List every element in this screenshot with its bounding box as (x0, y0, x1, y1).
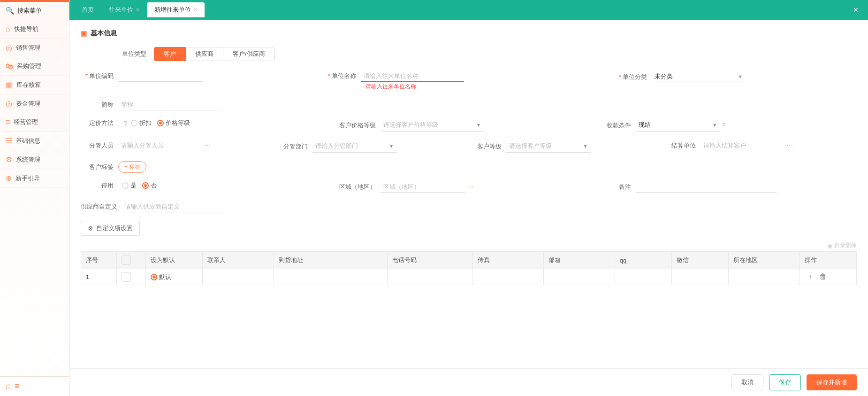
field-unit-code: 单位编码 000009 (81, 70, 323, 82)
cancel-button[interactable]: 取消 (731, 374, 763, 390)
disable-no-radio[interactable]: 否 (142, 181, 157, 190)
customer-price-level-select[interactable]: 请选择客户价格等级 ▼ (381, 119, 484, 132)
region-dots-btn[interactable]: ··· (465, 183, 475, 191)
newbie-icon: ⊕ (6, 174, 12, 183)
customer-level-select[interactable]: 请选择客户等级 ▼ (506, 140, 591, 153)
unit-type-customer-btn[interactable]: 客户 (154, 47, 186, 61)
level-radio-circle (157, 120, 164, 126)
sidebar-search[interactable]: 🔍 搜索菜单 (0, 2, 69, 20)
sidebar-item-label: 新手引导 (15, 174, 40, 183)
unit-category-label: 单位分类 (614, 73, 652, 81)
tab-new-partner-close[interactable]: × (194, 7, 197, 13)
sidebar-home-icon[interactable]: ⌂ (6, 381, 11, 391)
manager-dots-btn[interactable]: ··· (203, 141, 213, 150)
tab-home[interactable]: 首页 (74, 2, 101, 17)
save-new-button[interactable]: 保存并新增 (807, 374, 857, 390)
row-contact[interactable] (203, 269, 274, 285)
tab-new-partner[interactable]: 新增往来单位 × (147, 2, 205, 17)
sidebar-item-system[interactable]: ⚙ 系统管理 (0, 150, 69, 169)
level-label: 价格等级 (166, 119, 190, 127)
settlement-dots-btn[interactable]: ··· (785, 141, 795, 150)
row-delete-btn[interactable]: 🗑 (817, 272, 829, 280)
sidebar-item-inventory[interactable]: ▦ 库存核算 (0, 76, 69, 94)
disable-yes-radio[interactable]: 是 (122, 181, 137, 190)
pricing-radio-level[interactable]: 价格等级 (157, 119, 190, 127)
pricing-radio-discount[interactable]: 折扣 (131, 119, 152, 127)
manager-label: 分管人员 (81, 141, 118, 150)
customer-level-arrow: ▼ (583, 143, 588, 149)
sidebar-item-base-info[interactable]: ☰ 基础信息 (0, 132, 69, 150)
manager-input[interactable] (118, 140, 203, 151)
row-email[interactable] (544, 269, 615, 285)
section-title-icon: ▣ (81, 30, 87, 37)
purchase-icon: 🛍 (6, 62, 13, 70)
unit-category-select[interactable]: 未分类 ▼ (652, 70, 746, 83)
department-select[interactable]: 请输入分管部门 ▼ (312, 140, 397, 153)
row-default-radio[interactable]: 默认 (151, 273, 198, 281)
system-icon: ⚙ (6, 155, 12, 164)
bottom-bar: 取消 保存 保存并新增 (69, 368, 868, 396)
tab-partner[interactable]: 往来单位 × (101, 2, 147, 17)
sidebar-settings-icon[interactable]: ≡ (15, 381, 20, 391)
department-placeholder: 请输入分管部门 (315, 142, 358, 150)
row-fax[interactable] (472, 269, 544, 285)
field-payment-condition: 收款条件 现结 ▼ ? (598, 119, 857, 132)
pricing-help-icon[interactable]: ? (124, 120, 127, 127)
table-header-row: 序号 设为默认 联系人 到货地址 电话号码 传真 邮箱 qq 微信 所在地区 操… (81, 252, 857, 269)
unit-name-input[interactable] (361, 70, 464, 82)
settlement-input[interactable] (700, 140, 785, 151)
save-button[interactable]: 保存 (769, 374, 801, 390)
row-no: 1 (81, 269, 117, 285)
disable-yes-label: 是 (130, 181, 137, 190)
window-close-btn[interactable]: ✕ (848, 6, 863, 14)
col-no: 序号 (81, 252, 117, 269)
sidebar-item-quick-nav[interactable]: ⌂ 快捷导航 (0, 20, 69, 39)
tag-add-btn[interactable]: + 标签 (118, 161, 146, 173)
unit-code-label: 单位编码 (81, 72, 118, 80)
row-default: 默认 (145, 269, 202, 285)
form-row-disable: 停用 是 否 区域（地区） ··· 备注 (81, 181, 857, 193)
row-checkbox-input[interactable] (122, 272, 131, 282)
region-input[interactable] (381, 181, 465, 193)
field-customer-level: 客户等级 请选择客户等级 ▼ (469, 140, 663, 153)
sidebar-item-newbie[interactable]: ⊕ 新手引导 (0, 169, 69, 188)
col-region: 所在地区 (729, 252, 800, 269)
supplier-custom-label: 供应商自定义 (81, 202, 122, 211)
main-content: 首页 往来单位 × 新增往来单位 × ✕ ▣ 基本信息 单位类型 客户 供应商 … (69, 0, 868, 396)
row-default-label: 默认 (159, 273, 171, 281)
unit-type-supplier-btn[interactable]: 供应商 (186, 47, 223, 61)
note-input[interactable] (636, 181, 777, 193)
sidebar-item-operations[interactable]: ≡ 经营管理 (0, 113, 69, 132)
section-title-text: 基本信息 (91, 29, 117, 38)
sidebar-item-finance[interactable]: ◎ 资金管理 (0, 94, 69, 113)
batch-delete-label[interactable]: 批量删除 (834, 241, 857, 249)
row-add-btn[interactable]: ＋ (805, 272, 816, 280)
pricing-method-label: 定价方法 (81, 119, 118, 127)
field-pricing-method: 定价方法 ? 折扣 价格等级 (81, 119, 339, 127)
customer-price-level-label: 客户价格等级 (339, 121, 381, 130)
row-region[interactable] (729, 269, 800, 285)
row-phone[interactable] (387, 269, 472, 285)
table-header-checkbox[interactable] (122, 256, 131, 265)
supplier-custom-input[interactable] (122, 201, 225, 212)
unit-name-error: 请输入往来单位名称 (365, 83, 416, 91)
tab-partner-close[interactable]: × (136, 7, 139, 13)
row-qq[interactable] (615, 269, 671, 285)
sidebar-item-purchase[interactable]: 🛍 采购管理 (0, 57, 69, 76)
field-note: 备注 (598, 181, 857, 193)
field-customer-price-level: 客户价格等级 请选择客户价格等级 ▼ (339, 119, 598, 132)
shortname-input[interactable] (118, 99, 221, 110)
unit-code-input[interactable]: 000009 (118, 70, 203, 82)
field-disable: 停用 是 否 (81, 181, 339, 190)
payment-help-icon[interactable]: ? (722, 122, 725, 129)
search-icon: 🔍 (6, 7, 15, 15)
row-wechat[interactable] (671, 269, 728, 285)
field-manager: 分管人员 ··· (81, 140, 275, 151)
row-address[interactable] (274, 269, 387, 285)
payment-condition-select[interactable]: 现结 ▼ (636, 119, 720, 132)
unit-type-both-btn[interactable]: 客户/供应商 (223, 47, 275, 61)
sidebar-item-label: 资金管理 (16, 100, 40, 108)
custom-settings-btn[interactable]: ⚙ 自定义项设置 (81, 221, 140, 236)
sidebar-item-sales[interactable]: ◎ 销售管理 (0, 39, 69, 57)
disable-radio-group: 是 否 (122, 181, 157, 190)
